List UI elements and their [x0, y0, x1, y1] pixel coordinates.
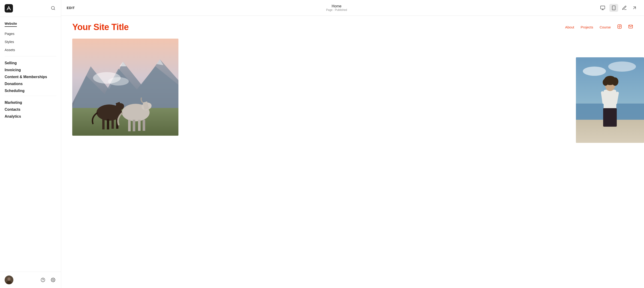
sidebar-item-analytics[interactable]: Analytics [0, 112, 61, 119]
sidebar-item-selling[interactable]: Selling [0, 59, 61, 66]
nav-course[interactable]: Course [600, 25, 611, 29]
svg-point-40 [583, 67, 606, 76]
topbar-page-name: Home [326, 4, 347, 8]
svg-rect-30 [112, 119, 114, 129]
canvas[interactable]: Your Site Title About Projects Course [61, 16, 644, 288]
divider-1 [4, 56, 56, 56]
search-button[interactable] [50, 5, 56, 12]
sidebar-item-contacts[interactable]: Contacts [0, 105, 61, 112]
sidebar-item-donations[interactable]: Donations [0, 79, 61, 86]
topbar: EDIT Home Page · Published [61, 0, 644, 16]
nav-projects[interactable]: Projects [580, 25, 593, 29]
svg-point-23 [108, 77, 129, 85]
website-section-label: Website [4, 22, 17, 27]
nav-about[interactable]: About [565, 25, 574, 29]
edit-label[interactable]: EDIT [67, 6, 75, 10]
sidebar-item-styles[interactable]: Styles [4, 38, 56, 46]
svg-rect-28 [102, 119, 104, 129]
sidebar-bottom-icons [40, 277, 56, 283]
sidebar-footer [0, 271, 61, 288]
site-title: Your Site Title [72, 22, 128, 32]
svg-point-49 [603, 79, 608, 86]
svg-rect-37 [138, 120, 140, 131]
sidebar-item-marketing[interactable]: Marketing [0, 98, 61, 105]
svg-rect-0 [4, 4, 13, 13]
main-area: EDIT Home Page · Published [61, 0, 644, 288]
external-link-button[interactable] [630, 4, 638, 12]
mobile-view-button[interactable] [610, 4, 618, 12]
site-header: Your Site Title About Projects Course [61, 16, 644, 39]
settings-button[interactable] [50, 277, 56, 283]
instagram-icon[interactable] [617, 24, 622, 30]
sidebar-item-assets[interactable]: Assets [4, 46, 56, 54]
svg-line-2 [54, 9, 55, 10]
avatar[interactable] [4, 275, 14, 284]
divider-2 [4, 96, 56, 96]
email-icon[interactable] [628, 24, 633, 30]
svg-line-14 [634, 7, 636, 9]
hero-image [72, 39, 178, 136]
svg-point-48 [612, 77, 618, 86]
website-nav: Pages Styles Assets [0, 30, 61, 54]
svg-rect-9 [600, 6, 605, 9]
logo[interactable] [4, 4, 13, 13]
svg-rect-38 [143, 120, 145, 131]
sidebar-header [0, 0, 61, 17]
side-image [576, 57, 644, 143]
svg-rect-35 [128, 120, 131, 131]
svg-rect-29 [107, 119, 109, 129]
sidebar-item-content-memberships[interactable]: Content & Memberships [0, 73, 61, 79]
site-nav: About Projects Course [565, 24, 633, 30]
svg-point-8 [53, 279, 54, 280]
svg-rect-15 [618, 25, 622, 29]
svg-point-4 [8, 277, 10, 280]
sidebar-item-pages[interactable]: Pages [4, 30, 56, 38]
topbar-page-status: Page · Published [326, 8, 347, 12]
sidebar: Website Pages Styles Assets Selling Invo… [0, 0, 61, 288]
sidebar-item-invoicing[interactable]: Invoicing [0, 66, 61, 73]
edit-mode-button[interactable] [620, 4, 628, 12]
site-content [61, 39, 644, 145]
help-button[interactable] [40, 277, 46, 283]
desktop-view-button[interactable] [598, 4, 607, 12]
svg-rect-36 [133, 120, 135, 131]
topbar-right [598, 4, 638, 12]
sidebar-item-scheduling[interactable]: Scheduling [0, 86, 61, 93]
svg-point-41 [608, 62, 636, 72]
svg-rect-45 [603, 108, 617, 127]
topbar-page-info: Home Page · Published [326, 4, 347, 12]
site-preview: Your Site Title About Projects Course [61, 16, 644, 288]
website-section: Website [0, 17, 61, 30]
